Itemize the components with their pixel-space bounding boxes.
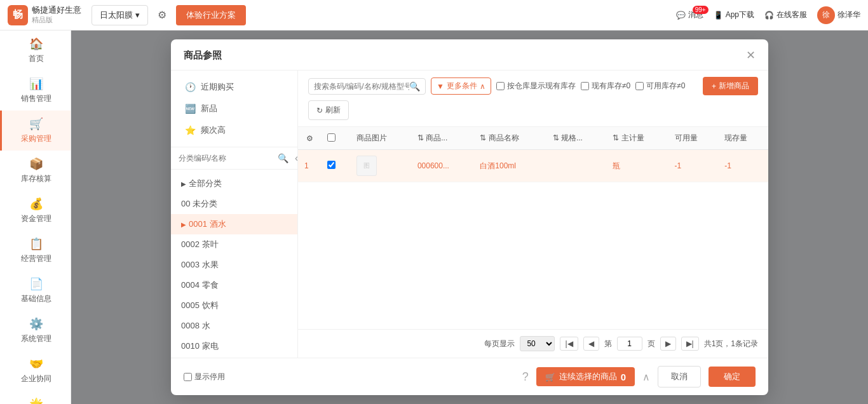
page-number-input[interactable]: [617, 337, 642, 351]
cart-collapse-icon[interactable]: ∧: [642, 371, 650, 383]
product-reference-modal: 商品参照 ✕ 🕐 近期购买 🆕: [171, 39, 768, 395]
category-list: ▶ 全部分类 00 未分类 ▶ 0001 酒水 0002 茶: [171, 170, 297, 358]
sidebar-item-inventory[interactable]: 📦 库存核算: [0, 151, 71, 191]
product-table: ⚙ 商品图片 ⇅ 商品... ⇅ 商品名称: [298, 127, 768, 182]
prev-page-button[interactable]: ◀: [583, 337, 599, 351]
category-uncategorized[interactable]: 00 未分类: [171, 194, 297, 214]
collab-icon: 🤝: [29, 357, 43, 371]
warehouse-filter-input[interactable]: [496, 82, 505, 90]
th-image: 商品图片: [350, 127, 411, 150]
app-download-label: App下载: [726, 10, 754, 20]
category-search-input[interactable]: [179, 154, 274, 163]
category-snacks[interactable]: 0004 零食: [171, 275, 297, 295]
nav-right: 💬 消息 99+ 📱 App下载 🎧 在线客服 徐 徐泽华: [676, 6, 860, 24]
category-liquor[interactable]: ▶ 0001 酒水: [171, 214, 297, 234]
sidebar-item-sales[interactable]: 📊 销售管理: [0, 71, 71, 111]
tab-new-products[interactable]: 🆕 新品: [179, 98, 290, 119]
cancel-button[interactable]: 取消: [658, 366, 701, 387]
tab-frequent-label: 频次高: [201, 125, 226, 136]
row-num: 1: [298, 150, 321, 182]
category-label: 全部分类: [189, 178, 222, 189]
category-all[interactable]: ▶ 全部分类: [171, 173, 297, 194]
sidebar-item-label: 资金管理: [21, 213, 51, 224]
refresh-button[interactable]: ↻ 刷新: [308, 100, 349, 120]
add-product-button[interactable]: + 新增商品: [703, 77, 758, 95]
show-disabled-checkbox[interactable]: [184, 373, 192, 381]
system-icon: ⚙️: [29, 317, 43, 331]
content-area: 商品参照 ✕ 🕐 近期购买 🆕: [71, 30, 868, 404]
table-row[interactable]: 1 图 000600... 白酒100ml: [298, 150, 768, 182]
th-unit[interactable]: ⇅ 主计量: [606, 127, 668, 150]
trial-button[interactable]: 体验行业方案: [176, 5, 246, 25]
tab-recent-label: 近期购买: [201, 81, 234, 93]
help-icon[interactable]: ?: [522, 370, 529, 384]
sidebar-item-label: 库存核算: [21, 173, 51, 184]
per-page-select[interactable]: 50 100: [520, 336, 555, 351]
th-checkbox: [321, 127, 350, 150]
tab-frequent[interactable]: ⭐ 频次高: [179, 120, 290, 140]
cart-button[interactable]: 🛒 连续选择的商品 0: [536, 367, 635, 386]
confirm-button[interactable]: 确定: [709, 367, 756, 387]
product-search-input[interactable]: [314, 82, 409, 91]
warehouse-filter-checkbox[interactable]: 按仓库显示现有库存: [496, 81, 576, 91]
row-select-checkbox[interactable]: [327, 161, 336, 169]
left-tabs: 🕐 近期购买 🆕 新品 ⭐ 频次高: [171, 71, 297, 147]
sidebar-item-collab[interactable]: 🤝 企业协同: [0, 351, 71, 391]
category-search-icon[interactable]: 🔍: [278, 153, 288, 163]
category-fruit[interactable]: 0003 水果: [171, 255, 297, 275]
available-nonzero-checkbox[interactable]: 可用库存≠0: [635, 81, 685, 91]
row-checkbox[interactable]: [321, 150, 350, 182]
product-search-icon[interactable]: 🔍: [409, 81, 420, 91]
home-icon: 🏠: [29, 37, 43, 51]
tab-new-label: 新品: [201, 103, 217, 114]
refresh-icon: ↻: [316, 106, 323, 115]
row-spec: [546, 150, 607, 182]
operations-icon: 📋: [29, 237, 43, 251]
nonzero-stock-input[interactable]: [581, 82, 589, 90]
category-label: 0002 茶叶: [181, 239, 219, 250]
logo-line1: 畅捷通好生意: [32, 5, 81, 16]
th-name[interactable]: ⇅ 商品名称: [473, 127, 546, 150]
message-nav-item[interactable]: 💬 消息 99+: [676, 10, 703, 20]
category-water[interactable]: 0008 水: [171, 316, 297, 336]
logo-area: 畅 畅捷通好生意 精品版: [8, 5, 81, 25]
category-appliances[interactable]: 0010 家电: [171, 336, 297, 356]
app-download-nav-item[interactable]: 📱 App下载: [714, 10, 754, 20]
available-nonzero-input[interactable]: [635, 82, 644, 90]
nav-dropdown[interactable]: 日太阳膜 ▾: [92, 5, 148, 25]
sidebar-item-purchase[interactable]: 🛒 采购管理: [0, 111, 71, 151]
sales-icon: 📊: [29, 77, 43, 91]
modal-footer: 显示停用 ? 🛒 连续选择的商品 0 ∧ 取消 确定: [171, 358, 768, 395]
more-filter-button[interactable]: ▼ 更多条件 ∧: [431, 77, 491, 95]
modal-close-button[interactable]: ✕: [746, 48, 756, 62]
sidebar-item-system[interactable]: ⚙️ 系统管理: [0, 311, 71, 351]
next-page-button[interactable]: ▶: [660, 337, 676, 351]
tab-recent-purchase[interactable]: 🕐 近期购买: [179, 77, 290, 97]
user-nav-item[interactable]: 徐 徐泽华: [817, 6, 860, 24]
th-spec[interactable]: ⇅ 规格...: [546, 127, 607, 150]
sidebar-item-operations[interactable]: 📋 经营管理: [0, 231, 71, 271]
category-label: 0010 家电: [181, 340, 219, 352]
online-service-nav-item[interactable]: 🎧 在线客服: [764, 10, 807, 20]
select-all-checkbox[interactable]: [327, 133, 336, 142]
sidebar-item-guide[interactable]: 🌟 新手引导: [0, 391, 71, 404]
category-label: 0005 饮料: [181, 300, 219, 311]
sidebar-item-home[interactable]: 🏠 首页: [0, 30, 71, 71]
settings-icon[interactable]: ⚙: [153, 6, 171, 24]
show-disabled-label[interactable]: 显示停用: [184, 372, 225, 382]
filter-icon: ▼: [437, 82, 444, 91]
th-settings[interactable]: ⚙: [298, 127, 321, 150]
category-drinks[interactable]: 0005 饮料: [171, 295, 297, 316]
pagination: 每页显示 50 100 |◀ ◀ 第 页 ▶ ▶|: [298, 329, 768, 358]
modal-toolbar: 🔍 ▼ 更多条件 ∧ 按仓库显示现有库存: [298, 71, 768, 127]
sidebar: 🏠 首页 📊 销售管理 🛒 采购管理 📦 库存核算 💰 资金管理 📋 经营管理 …: [0, 30, 71, 404]
sidebar-item-finance[interactable]: 💰 资金管理: [0, 191, 71, 231]
category-label: 0004 零食: [181, 279, 219, 291]
last-page-button[interactable]: ▶|: [681, 337, 699, 351]
category-tea[interactable]: 0002 茶叶: [171, 234, 297, 255]
sidebar-item-basic[interactable]: 📄 基础信息: [0, 271, 71, 311]
th-code[interactable]: ⇅ 商品...: [411, 127, 473, 150]
nonzero-stock-checkbox[interactable]: 现有库存≠0: [581, 81, 630, 91]
first-page-button[interactable]: |◀: [560, 337, 578, 351]
row-unit: 瓶: [606, 150, 668, 182]
